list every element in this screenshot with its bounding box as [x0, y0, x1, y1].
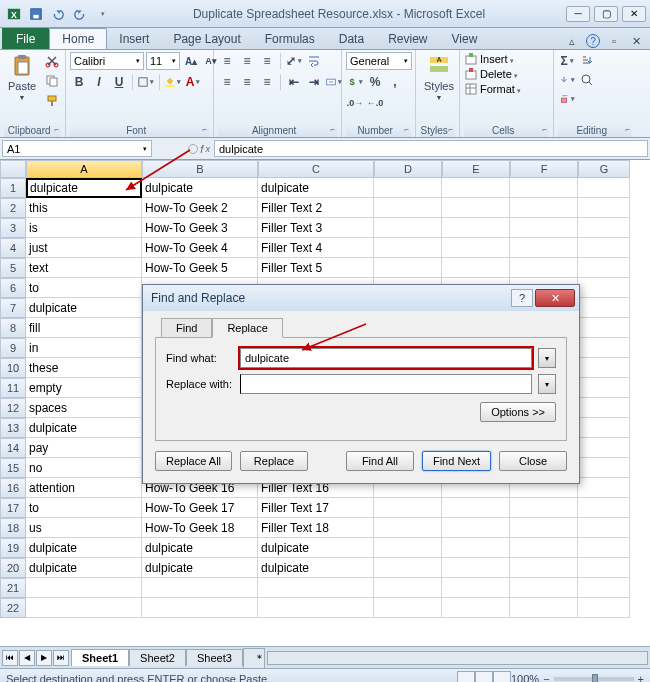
window-restore-icon[interactable]: ▫ [606, 33, 622, 49]
cell[interactable] [578, 218, 630, 238]
row-header[interactable]: 6 [0, 278, 26, 298]
cell[interactable] [578, 578, 630, 598]
cell[interactable]: How-To Geek 2 [142, 198, 258, 218]
dialog-help-icon[interactable]: ? [511, 289, 533, 307]
row-header[interactable]: 18 [0, 518, 26, 538]
cell[interactable] [578, 358, 630, 378]
cell[interactable]: dulpicate [26, 538, 142, 558]
row-header[interactable]: 4 [0, 238, 26, 258]
cell[interactable] [578, 178, 630, 198]
row-header[interactable]: 7 [0, 298, 26, 318]
col-header-e[interactable]: E [442, 160, 510, 178]
copy-icon[interactable] [43, 72, 61, 90]
cell[interactable] [374, 238, 442, 258]
close-button[interactable]: Close [499, 451, 567, 471]
cell[interactable] [374, 558, 442, 578]
help-icon[interactable]: ? [586, 34, 600, 48]
cell[interactable] [578, 398, 630, 418]
cell[interactable]: How-To Geek 4 [142, 238, 258, 258]
zoom-in-icon[interactable]: + [638, 673, 644, 683]
cell[interactable]: is [26, 218, 142, 238]
cell[interactable] [442, 258, 510, 278]
col-header-c[interactable]: C [258, 160, 374, 178]
zoom-slider[interactable] [554, 677, 634, 681]
row-header[interactable]: 21 [0, 578, 26, 598]
cell[interactable] [442, 598, 510, 618]
cell[interactable]: dulpicate [258, 558, 374, 578]
cell[interactable]: dulpicate [26, 558, 142, 578]
align-top-icon[interactable]: ≡ [218, 52, 236, 70]
col-header-f[interactable]: F [510, 160, 578, 178]
align-right-icon[interactable]: ≡ [258, 73, 276, 91]
dialog-close-icon[interactable]: ✕ [535, 289, 575, 307]
orientation-icon[interactable]: ⤢ [285, 52, 303, 70]
cell[interactable] [578, 298, 630, 318]
cell[interactable]: to [26, 278, 142, 298]
options-button[interactable]: Options >> [480, 402, 556, 422]
row-header[interactable]: 8 [0, 318, 26, 338]
cell[interactable] [374, 218, 442, 238]
font-name-combo[interactable]: Calibri▾ [70, 52, 144, 70]
cell[interactable] [442, 538, 510, 558]
cell[interactable]: How-To Geek 3 [142, 218, 258, 238]
replace-dropdown-icon[interactable]: ▾ [538, 374, 556, 394]
sort-filter-icon[interactable] [578, 52, 596, 70]
col-header-g[interactable]: G [578, 160, 630, 178]
name-box[interactable]: A1▾ [2, 140, 152, 157]
cell[interactable]: Filler Text 2 [258, 198, 374, 218]
increase-indent-icon[interactable]: ⇥ [305, 73, 323, 91]
col-header-b[interactable]: B [142, 160, 258, 178]
decrease-indent-icon[interactable]: ⇤ [285, 73, 303, 91]
cell[interactable]: us [26, 518, 142, 538]
cell[interactable] [26, 578, 142, 598]
cell[interactable] [258, 598, 374, 618]
normal-view-icon[interactable] [457, 671, 475, 683]
cell[interactable] [510, 178, 578, 198]
replace-button[interactable]: Replace [240, 451, 308, 471]
cell[interactable]: dulpicate [26, 298, 142, 318]
find-select-icon[interactable] [578, 71, 596, 89]
cell[interactable]: fill [26, 318, 142, 338]
insert-cells-button[interactable]: Insert [464, 52, 514, 66]
cell[interactable] [442, 238, 510, 258]
cell[interactable]: these [26, 358, 142, 378]
font-color-icon[interactable]: A [184, 73, 202, 91]
format-painter-icon[interactable] [43, 92, 61, 110]
row-header[interactable]: 17 [0, 498, 26, 518]
cell[interactable] [578, 498, 630, 518]
cell[interactable]: dulpicate [26, 418, 142, 438]
cell[interactable] [578, 438, 630, 458]
cell[interactable] [578, 598, 630, 618]
comma-icon[interactable]: , [386, 73, 404, 91]
align-bottom-icon[interactable]: ≡ [258, 52, 276, 70]
cell[interactable] [510, 598, 578, 618]
row-header[interactable]: 3 [0, 218, 26, 238]
cell[interactable]: Filler Text 3 [258, 218, 374, 238]
redo-icon[interactable] [70, 4, 90, 24]
row-header[interactable]: 13 [0, 418, 26, 438]
styles-button[interactable]: A Styles▼ [420, 52, 458, 103]
align-left-icon[interactable]: ≡ [218, 73, 236, 91]
select-all-corner[interactable] [0, 160, 26, 178]
file-tab[interactable]: File [2, 28, 49, 49]
cell[interactable]: dulpicate [258, 538, 374, 558]
cell[interactable] [510, 198, 578, 218]
cell[interactable] [578, 418, 630, 438]
align-middle-icon[interactable]: ≡ [238, 52, 256, 70]
cell[interactable] [442, 578, 510, 598]
cell[interactable] [510, 218, 578, 238]
bold-button[interactable]: B [70, 73, 88, 91]
row-header[interactable]: 12 [0, 398, 26, 418]
cell[interactable] [374, 578, 442, 598]
cell[interactable] [510, 258, 578, 278]
window-close-icon[interactable]: ✕ [628, 33, 644, 49]
underline-button[interactable]: U [110, 73, 128, 91]
row-header[interactable]: 1 [0, 178, 26, 198]
zoom-level[interactable]: 100% [511, 673, 539, 683]
cell[interactable] [578, 258, 630, 278]
cell[interactable] [510, 558, 578, 578]
number-format-combo[interactable]: General▾ [346, 52, 412, 70]
cell[interactable] [578, 378, 630, 398]
grow-font-icon[interactable]: A▴ [182, 52, 200, 70]
fill-icon[interactable] [558, 71, 576, 89]
